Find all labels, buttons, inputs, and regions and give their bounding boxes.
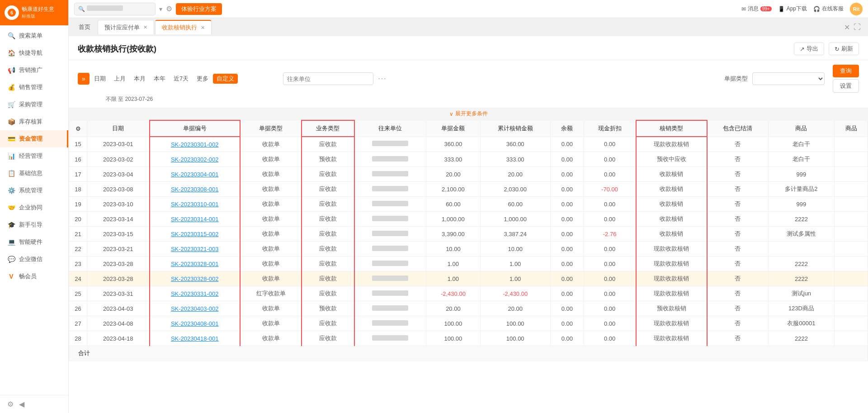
- sidebar-item-operation[interactable]: 📊 经营管理: [0, 147, 68, 165]
- row-balance: 0.00: [550, 197, 584, 212]
- sidebar-item-finance[interactable]: 💳 资金管理: [0, 130, 68, 147]
- date-opt-this-month[interactable]: 本月: [130, 74, 149, 84]
- row-voucher-type: 收款单: [240, 301, 302, 316]
- order-no-link[interactable]: SK-20230328-001: [171, 261, 219, 267]
- blurred-value: [372, 186, 408, 191]
- sidebar-item-sales[interactable]: 💰 销售管理: [0, 79, 68, 96]
- row-include-settled: 否: [707, 242, 769, 256]
- topbar-settings-icon[interactable]: ⚙: [166, 5, 172, 13]
- industry-solution-button[interactable]: 体验行业方案: [176, 3, 222, 15]
- row-no: 21: [69, 227, 87, 242]
- row-amount: 333.00: [426, 152, 480, 167]
- sidebar-item-quick-nav[interactable]: 🏠 快捷导航: [0, 44, 68, 62]
- blurred-value: [372, 171, 408, 176]
- sidebar-item-wechat[interactable]: 💬 企业微信: [0, 251, 68, 268]
- order-no-link[interactable]: SK-20230321-003: [171, 246, 219, 252]
- phone-icon: 📱: [778, 6, 785, 12]
- blurred-value: [372, 156, 408, 161]
- close-tab-icon[interactable]: ✕: [844, 23, 850, 32]
- tab-prepayment[interactable]: 预计应应付单 ✕: [98, 20, 154, 34]
- row-product2: [835, 227, 868, 242]
- row-balance: 0.00: [550, 167, 584, 182]
- row-cash-discount: 0.00: [584, 331, 636, 346]
- row-biz-type: 应收款: [302, 256, 354, 271]
- row-writeoff-type: 收款核销: [636, 212, 707, 227]
- order-no-link[interactable]: SK-20230408-001: [171, 320, 219, 327]
- user-avatar[interactable]: Rit: [850, 3, 863, 15]
- sidebar-item-enterprise[interactable]: 🤝 企业协同: [0, 199, 68, 216]
- online-support-action[interactable]: 🎧 在线客服: [813, 5, 844, 13]
- settings-button[interactable]: 设置: [833, 79, 859, 93]
- blurred-value: [372, 320, 408, 326]
- sidebar-item-system[interactable]: ⚙️ 系统管理: [0, 182, 68, 199]
- order-no-link[interactable]: SK-20230302-002: [171, 156, 219, 163]
- maximize-icon[interactable]: ⛶: [854, 23, 861, 31]
- filter-toggle[interactable]: »: [78, 73, 90, 85]
- date-opt-7days[interactable]: 近7天: [170, 74, 192, 84]
- tab-home[interactable]: 首页: [72, 20, 97, 34]
- tab-writeoff[interactable]: 收款核销执行 ✕: [155, 20, 212, 34]
- main-content: 🔍 ▾ ⚙ 体验行业方案 ✉ 消息 99+ 📱 App下载 🎧 在线客服 Rit: [69, 0, 868, 413]
- table-row: 23 2023-03-28 SK-20230328-001 收款单 应收款 1.…: [69, 256, 868, 271]
- row-writeoff-type: 预收中应收: [636, 152, 707, 167]
- row-product2: [835, 182, 868, 197]
- order-no-link[interactable]: SK-20230314-001: [171, 216, 219, 223]
- expand-bar[interactable]: ∨ 展开更多条件: [69, 108, 868, 120]
- row-order-no: SK-20230301-002: [150, 137, 240, 152]
- date-opt-more[interactable]: 更多: [193, 74, 212, 84]
- settings-footer-icon[interactable]: ⚙: [7, 400, 14, 408]
- row-writeoff-type: 收款核销: [636, 182, 707, 197]
- messages-action[interactable]: ✉ 消息 99+: [741, 5, 772, 13]
- blurred-value: [372, 201, 408, 206]
- sidebar-item-search-menu[interactable]: 🔍 搜索菜单: [0, 27, 68, 44]
- sidebar-item-label: 快捷导航: [19, 49, 42, 57]
- sidebar-item-hardware[interactable]: 💻 智能硬件: [0, 233, 68, 251]
- row-date: 2023-03-08: [87, 182, 150, 197]
- app-download-action[interactable]: 📱 App下载: [778, 5, 807, 13]
- row-product1: 测试多属性: [768, 227, 834, 242]
- order-no-link[interactable]: SK-20230304-001: [171, 171, 219, 178]
- export-button[interactable]: ↗ 导出: [794, 43, 824, 55]
- query-button[interactable]: 查询: [833, 65, 859, 77]
- order-no-link[interactable]: SK-20230315-002: [171, 231, 219, 237]
- counterparty-input[interactable]: [283, 72, 373, 85]
- order-no-link[interactable]: SK-20230308-001: [171, 186, 219, 193]
- order-no-link[interactable]: SK-20230331-002: [171, 290, 219, 297]
- row-order-no: SK-20230328-002: [150, 271, 240, 286]
- row-cash-discount: 0.00: [584, 137, 636, 152]
- tab-writeoff-close[interactable]: ✕: [201, 25, 205, 31]
- voucher-type-select[interactable]: [752, 72, 825, 85]
- refresh-button[interactable]: ↻ 刷新: [829, 43, 859, 55]
- sidebar-item-label: 企业协同: [19, 204, 42, 212]
- row-product1: 999: [768, 167, 834, 182]
- tab-prepayment-close[interactable]: ✕: [143, 24, 147, 30]
- sidebar-item-guide[interactable]: 🎓 新手引导: [0, 216, 68, 233]
- row-product2: [835, 137, 868, 152]
- chevron-down-icon[interactable]: ▾: [159, 5, 162, 13]
- sidebar-item-basic[interactable]: 📋 基础信息: [0, 165, 68, 182]
- order-no-link[interactable]: SK-20230310-001: [171, 201, 219, 208]
- col-settings-header[interactable]: ⚙: [69, 120, 87, 137]
- row-voucher-type: 收款单: [240, 152, 302, 167]
- row-date: 2023-03-28: [87, 256, 150, 271]
- topbar-search[interactable]: 🔍: [74, 3, 156, 15]
- date-opt-custom[interactable]: 自定义: [213, 74, 238, 84]
- order-no-link[interactable]: SK-20230403-002: [171, 305, 219, 312]
- date-opt-this-year[interactable]: 本年: [150, 74, 169, 84]
- row-balance: 0.00: [550, 137, 584, 152]
- collapse-icon[interactable]: ◀: [19, 400, 24, 408]
- sidebar-item-inventory[interactable]: 📦 库存核算: [0, 113, 68, 130]
- date-opt-last-month[interactable]: 上月: [110, 74, 129, 84]
- sidebar-item-marketing[interactable]: 📢 营销推广: [0, 62, 68, 79]
- row-date: 2023-03-04: [87, 167, 150, 182]
- order-no-link[interactable]: SK-20230328-002: [171, 275, 219, 282]
- order-no-link[interactable]: SK-20230301-002: [171, 141, 219, 148]
- row-amount: 360.00: [426, 137, 480, 152]
- row-cash-discount: 0.00: [584, 256, 636, 271]
- sales-icon: 💰: [7, 83, 15, 91]
- sidebar-item-purchase[interactable]: 🛒 采购管理: [0, 96, 68, 113]
- row-amount: -2,430.00: [426, 286, 480, 301]
- order-no-link[interactable]: SK-20230418-001: [171, 335, 219, 342]
- row-include-settled: 否: [707, 137, 769, 152]
- sidebar-item-member[interactable]: V 畅会员: [0, 268, 68, 285]
